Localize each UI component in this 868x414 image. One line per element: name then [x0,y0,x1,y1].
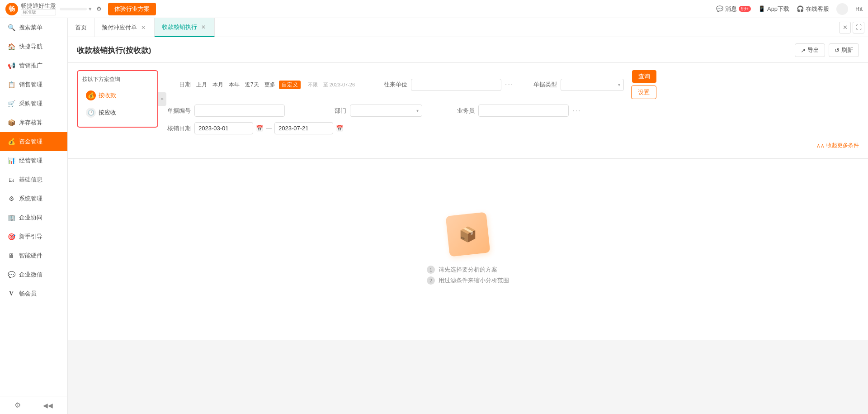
writeoff-date-end-input[interactable] [274,122,333,134]
smart-hw-icon: 🖥 [7,252,15,260]
chevron-up-icon: ∧∧ [816,143,825,149]
sales-icon: 📋 [7,81,15,89]
bill-no-input[interactable] [194,105,285,117]
writeoff-date-start-input[interactable] [194,122,253,134]
sidebar-item-purchase-mgmt[interactable]: 🛒 采购管理 [0,94,67,113]
brand-tag: 标准版 [21,9,56,15]
filter-actions: 查询 设置 [631,70,656,99]
filter-panel: 按以下方案查询 💰 按收款 🕐 按应收 » [68,63,868,159]
vip-icon: V [7,290,15,298]
empty-state: 📦 1 请先选择要分析的方案 2 用过滤条件来缩小分析范围 [68,159,868,340]
filter-item-staff: 业务员 ··· [448,105,581,117]
sys-icon: ⚙ [7,195,15,203]
sidebar-settings-icon[interactable]: ⚙ [14,401,21,409]
sidebar-item-inventory[interactable]: 📦 库存核算 [0,113,67,132]
filter-option-by-receipt[interactable]: 💰 按收款 [82,88,153,103]
topbar-right: 💬 消息 99+ 📱 App下载 🎧 在线客服 Rit [716,3,863,15]
tab-prepay-close-icon[interactable]: ✕ [140,24,147,31]
topbar-title-area: ▾ ⚙ [60,4,104,14]
service-icon: 🎧 [797,5,804,12]
page-content: 收款核销执行(按收款) ↗ 导出 ↺ 刷新 按以下方案 [68,37,868,414]
no-limit-date: 至 2023-07-26 [323,81,355,88]
fund-icon: 💰 [7,138,15,146]
page-header: 收款核销执行(按收款) ↗ 导出 ↺ 刷新 [68,37,868,63]
export-btn[interactable]: ↗ 导出 [795,43,825,57]
app-download-btn[interactable]: 📱 App下载 [758,5,789,13]
bill-type-select[interactable] [561,79,624,91]
chevron-down-icon[interactable]: ▾ [89,5,92,12]
partner-input[interactable] [411,79,501,91]
message-btn[interactable]: 💬 消息 99+ [716,5,751,13]
bill-no-label: 单据编号 [164,107,191,115]
sidebar-item-enterprise[interactable]: 🏢 企业协同 [0,208,67,227]
refresh-icon: ↺ [835,47,840,54]
empty-num-2: 2 [427,276,435,285]
dept-select[interactable] [350,105,422,117]
sidebar-item-marketing[interactable]: 📢 营销推广 [0,56,67,75]
date-shortcut-this-month[interactable]: 本月 [211,81,225,89]
inventory-icon: 📦 [7,119,15,127]
date-shortcut-custom[interactable]: 自定义 [279,81,301,89]
date-shortcut-prev-month[interactable]: 上月 [194,81,209,89]
sidebar-item-corp-wechat[interactable]: 💬 企业微信 [0,265,67,284]
empty-face-icon: 📦 [459,226,477,243]
sidebar-collapse-icon[interactable]: ◀◀ [43,402,53,409]
empty-box-icon: 📦 [446,212,491,257]
tab-prepay-conflict[interactable]: 预付冲应付单 ✕ [94,18,155,37]
online-service-btn[interactable]: 🎧 在线客服 [797,5,829,13]
tab-receipt-writeoff[interactable]: 收款核销执行 ✕ [155,18,215,37]
brand-name: 畅捷通好生意 [21,2,56,10]
sidebar-item-fund-mgmt[interactable]: 💰 资金管理 [0,132,67,151]
date-shortcut-more[interactable]: 更多 [263,81,277,89]
partner-ellipsis-icon[interactable]: ··· [505,81,514,89]
date-shortcuts: 上月 本月 本年 近7天 更多 自定义 [194,81,301,89]
refresh-btn[interactable]: ↺ 刷新 [829,43,859,57]
date-shortcut-this-year[interactable]: 本年 [227,81,241,89]
sidebar-bottom-bar: ⚙ ◀◀ [0,396,67,414]
tab-receipt-close-icon[interactable]: ✕ [200,24,207,31]
purchase-icon: 🛒 [7,100,15,108]
page-header-actions: ↗ 导出 ↺ 刷新 [795,43,859,57]
biz-icon: 📊 [7,157,15,165]
sidebar-item-search-menu[interactable]: 🔍 搜索菜单 [0,18,67,37]
search-menu-icon: 🔍 [7,24,15,32]
bill-type-label: 单据类型 [530,81,557,89]
staff-input[interactable] [478,105,569,117]
empty-line-2: 2 用过滤条件来缩小分析范围 [427,276,509,285]
industry-btn[interactable]: 体验行业方案 [108,3,156,15]
settings-btn[interactable]: 设置 [631,86,656,99]
staff-ellipsis-icon[interactable]: ··· [572,107,581,115]
user-avatar[interactable] [836,3,848,15]
sidebar-item-sales-mgmt[interactable]: 📋 销售管理 [0,75,67,94]
writeoff-date-end-calendar-icon[interactable]: 📅 [336,125,343,132]
search-btn[interactable]: 查询 [632,70,656,83]
tab-home[interactable]: 首页 [68,18,94,37]
tab-close-window-icon[interactable]: ✕ [839,22,851,33]
filter-item-dept: 部门 ▾ [319,105,422,117]
writeoff-date-start-calendar-icon[interactable]: 📅 [256,125,263,132]
staff-label: 业务员 [448,107,475,115]
dept-select-wrap: ▾ [350,105,422,117]
filter-option-by-receivable[interactable]: 🕐 按应收 [82,105,153,120]
settings-icon[interactable]: ⚙ [94,4,104,14]
sidebar-item-quick-nav[interactable]: 🏠 快捷导航 [0,37,67,56]
sidebar-item-biz-mgmt[interactable]: 📊 经营管理 [0,151,67,170]
filter-item-date: 日期 上月 本月 本年 近7天 更多 自定义 [164,81,301,89]
topbar: 畅 畅捷通好生意 标准版 ▾ ⚙ 体验行业方案 💬 消息 99+ 📱 App下载… [0,0,868,18]
sidebar-item-sys-mgmt[interactable]: ⚙ 系统管理 [0,189,67,208]
date-shortcut-last7days[interactable]: 近7天 [243,81,261,89]
user-name[interactable]: Rit [855,5,863,12]
filter-sidebar: 按以下方案查询 💰 按收款 🕐 按应收 » [77,70,158,151]
tabbar: 首页 预付冲应付单 ✕ 收款核销执行 ✕ ✕ ⛶ [68,18,868,37]
no-limit-label: 不限 [308,81,318,88]
tab-expand-icon[interactable]: ⛶ [853,22,864,33]
filter-item-date-nolimit: 不限 至 2023-07-26 [308,81,355,88]
collapse-more-btn[interactable]: ∧∧ 收起更多条件 [816,140,859,151]
sidebar-item-newcomer[interactable]: 🎯 新手引导 [0,227,67,246]
sidebar-item-vip[interactable]: V 畅会员 [0,284,67,303]
sidebar-item-smart-hw[interactable]: 🖥 智能硬件 [0,246,67,265]
sidebar-item-base-info[interactable]: 🗂 基础信息 [0,170,67,189]
filter-query-collapse-btn[interactable]: » [158,92,166,106]
corp-wechat-icon: 💬 [7,271,15,279]
brand-logo: 畅 畅捷通好生意 标准版 [5,2,56,16]
